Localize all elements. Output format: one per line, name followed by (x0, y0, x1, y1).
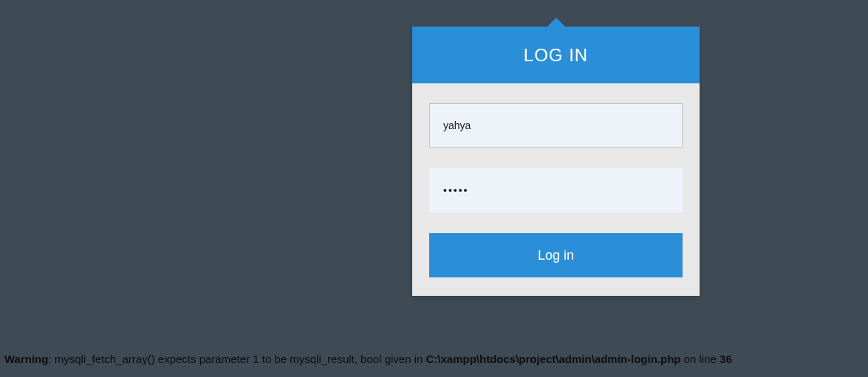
username-input[interactable] (429, 103, 683, 148)
php-warning-text: Warning: mysqli_fetch_array() expects pa… (4, 353, 732, 365)
password-input[interactable] (429, 168, 683, 212)
warning-path: C:\xampp\htdocs\project\admin\admin-logi… (426, 353, 681, 365)
card-header: LOG IN (412, 27, 700, 83)
card-body: Log in (412, 83, 700, 296)
login-card: LOG IN Log in (412, 27, 700, 296)
card-pointer-icon (547, 18, 565, 27)
warning-line-no: 36 (720, 353, 732, 365)
login-button[interactable]: Log in (429, 233, 683, 277)
card-title: LOG IN (524, 45, 588, 66)
warning-message-a: : mysqli_fetch_array() expects parameter… (48, 353, 426, 365)
warning-label: Warning (4, 353, 48, 365)
warning-message-b: on line (681, 353, 720, 365)
